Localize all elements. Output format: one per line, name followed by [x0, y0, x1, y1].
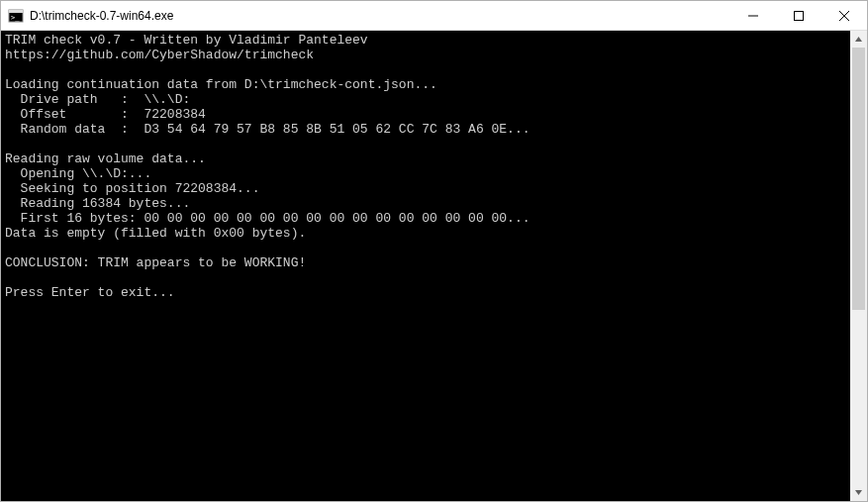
scroll-thumb[interactable] — [852, 48, 865, 310]
svg-text:>_: >_ — [11, 14, 20, 22]
scroll-up-button[interactable] — [850, 31, 867, 48]
scrollbar[interactable] — [850, 31, 867, 501]
maximize-button[interactable] — [776, 1, 821, 30]
window-title: D:\trimcheck-0.7-win64.exe — [30, 9, 730, 23]
scroll-down-button[interactable] — [850, 484, 867, 501]
console-output[interactable]: TRIM check v0.7 - Written by Vladimir Pa… — [1, 31, 850, 501]
minimize-button[interactable] — [730, 1, 776, 30]
window-controls — [730, 1, 867, 30]
app-icon: >_ — [8, 8, 24, 24]
console-window: >_ D:\trimcheck-0.7-win64.exe — [0, 0, 868, 502]
scroll-track[interactable] — [850, 48, 867, 484]
svg-rect-1 — [9, 10, 23, 13]
console-area: TRIM check v0.7 - Written by Vladimir Pa… — [1, 31, 867, 501]
svg-rect-4 — [795, 11, 804, 20]
titlebar[interactable]: >_ D:\trimcheck-0.7-win64.exe — [1, 1, 867, 31]
close-button[interactable] — [821, 1, 867, 30]
